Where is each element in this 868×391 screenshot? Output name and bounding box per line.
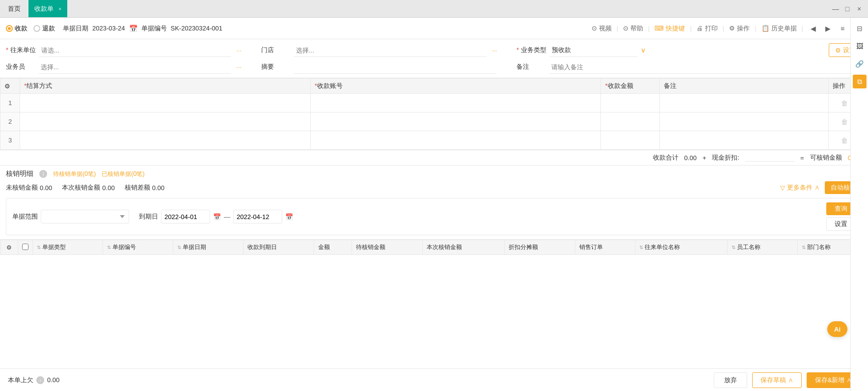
staff-input[interactable] <box>38 60 231 74</box>
action-help[interactable]: ⊙ 帮助 <box>623 24 643 33</box>
ai-bubble[interactable]: Ai <box>827 321 847 337</box>
row2-amount[interactable] <box>601 112 660 131</box>
action-shortcut[interactable]: ⌨ 快捷键 <box>654 24 685 33</box>
prev-label: 本单上欠 <box>8 376 33 385</box>
stat-diff-label: 核销差额 <box>125 183 150 192</box>
row3-paymethod[interactable] <box>20 131 311 150</box>
range-label: 单据范围 <box>12 212 38 221</box>
tab-active-shoukuandan[interactable]: 收款单 × <box>28 0 67 17</box>
row2-account[interactable] <box>310 112 601 131</box>
btable-header-salesorder: 销售订单 <box>575 240 635 255</box>
discount-input[interactable] <box>745 154 794 162</box>
radio-tuikuan[interactable]: 退款 <box>33 24 55 33</box>
save-draft-btn[interactable]: 保存草稿 ∧ <box>752 372 802 388</box>
shop-input[interactable] <box>294 43 487 57</box>
equals-label: = <box>800 154 804 162</box>
row1-amount[interactable] <box>601 94 660 112</box>
select-all-checkbox[interactable] <box>22 244 28 250</box>
gear-icon-setting: ⚙ <box>835 47 841 54</box>
btable-header-duedate: 收款到期日 <box>244 240 314 255</box>
bottom-table-section: ⚙ ⇅ 单据类型 ⇅ 单据编号 ⇅ 单据日期 收款到期日 金额 待核销金额 本次… <box>0 240 868 255</box>
verify-info-icon[interactable]: i <box>39 170 47 178</box>
sidebar-table-icon[interactable]: ⊟ <box>853 22 867 35</box>
btable-header-docdate: ⇅ 单据日期 <box>173 240 244 255</box>
row2-paymethod[interactable] <box>20 112 311 131</box>
save-new-label: 保存&新增 ∧ <box>815 376 852 385</box>
partner-input[interactable] <box>39 43 231 57</box>
radio-tuikuan-label: 退款 <box>42 24 55 33</box>
btable-header-gear[interactable]: ⚙ <box>0 240 18 255</box>
cal-to-icon[interactable]: 📅 <box>285 213 293 221</box>
doc-info: 单据日期 2023-03-24 📅 单据编号 SK-20230324-001 <box>63 24 222 33</box>
staff-more-icon[interactable]: ··· <box>236 63 242 71</box>
biztype-field-group: 业务类型 ∨ ⚙ 设置 <box>516 43 862 57</box>
partner-label: 往来单位 <box>6 46 36 55</box>
tab-close-icon[interactable]: × <box>58 6 61 12</box>
summary-input[interactable] <box>294 60 497 74</box>
staff-field-group: 业务员 ··· <box>6 60 242 74</box>
sidebar-image-icon[interactable]: 🖼 <box>853 39 867 53</box>
calendar-icon[interactable]: 📅 <box>129 25 137 32</box>
date-to-input[interactable]: 2022-04-12 <box>233 210 282 223</box>
action-history[interactable]: 📋 历史单据 <box>761 24 797 33</box>
nav-list-btn[interactable]: ≡ <box>838 24 847 33</box>
main-data-table: ⚙ *结算方式 *收款账号 *收款金额 备注 操作 1 <box>0 78 868 150</box>
nav-prev-btn[interactable]: ◀ <box>808 24 818 33</box>
stat-current-verify: 本次核销金额 0.00 <box>62 183 114 192</box>
footer-left: 本单上欠 i 0.00 <box>8 376 59 385</box>
row3-delete-icon[interactable]: 🗑 <box>841 137 848 144</box>
action-print-label: 打印 <box>705 24 718 33</box>
radio-shoukuan[interactable]: 收款 <box>6 24 27 33</box>
verify-title: 核销明细 <box>6 169 33 178</box>
verify-amt-label: 可核销金额 <box>810 153 842 162</box>
row1-remark[interactable] <box>660 94 829 112</box>
table-row: 3 🗑 ⧉ <box>0 131 868 150</box>
shop-more-icon[interactable]: ··· <box>491 47 497 54</box>
form-row-2: 业务员 ··· 摘要 备注 <box>6 60 862 74</box>
remark-input[interactable] <box>549 60 862 74</box>
action-ops[interactable]: ⚙ 操作 <box>729 24 750 33</box>
biztype-dropdown-icon[interactable]: ∨ <box>641 46 646 54</box>
row1-paymethod[interactable] <box>20 94 311 112</box>
sidebar-link-icon[interactable]: 🔗 <box>853 57 867 71</box>
row1-delete-icon[interactable]: 🗑 <box>841 99 848 107</box>
discard-btn[interactable]: 放弃 <box>714 372 747 388</box>
summary-label: 摘要 <box>261 62 291 71</box>
action-video[interactable]: ⊙ 视频 <box>592 24 612 33</box>
print-icon: 🖨 <box>697 25 703 32</box>
partner-more-icon[interactable]: ··· <box>236 47 242 54</box>
verified-tab-link[interactable]: 已核销单据(0笔) <box>102 170 144 178</box>
help-icon: ⊙ <box>623 25 628 32</box>
footer-info-icon[interactable]: i <box>36 376 44 384</box>
cal-from-icon[interactable]: 📅 <box>213 213 221 221</box>
row3-amount[interactable] <box>601 131 660 150</box>
row3-account[interactable] <box>310 131 601 150</box>
stat-current-label: 本次核销金额 <box>62 183 100 192</box>
btable-header-check[interactable] <box>18 240 33 255</box>
btable-header-staff: ⇅ 员工名称 <box>727 240 797 255</box>
table-header-gear[interactable]: ⚙ <box>0 79 20 94</box>
row3-remark[interactable] <box>660 131 829 150</box>
biztype-input[interactable] <box>549 43 638 57</box>
date-from-input[interactable]: 2022-04-01 <box>161 210 210 223</box>
shortcut-icon: ⌨ <box>654 25 664 32</box>
due-date-label: 到期日 <box>139 212 158 221</box>
row2-delete-icon[interactable]: 🗑 <box>841 118 848 126</box>
pending-tab-link[interactable]: 待核销单据(0笔) <box>53 170 96 178</box>
window-minimize-btn[interactable]: — <box>831 4 841 14</box>
nav-next-btn[interactable]: ▶ <box>823 24 833 33</box>
row-num-3: 3 <box>0 131 20 150</box>
action-ops-label: 操作 <box>737 24 750 33</box>
row2-remark[interactable] <box>660 112 829 131</box>
tab-bar-right: — □ × <box>831 4 868 14</box>
window-close-btn[interactable]: × <box>854 4 864 14</box>
footer-right: 放弃 保存草稿 ∧ 保存&新增 ∧ <box>714 372 860 388</box>
action-print[interactable]: 🖨 打印 <box>697 24 718 33</box>
tab-home[interactable]: 首页 <box>0 0 28 17</box>
sidebar-popup-icon[interactable]: ⧉ <box>853 75 867 88</box>
row1-account[interactable] <box>310 94 601 112</box>
more-conditions-btn[interactable]: ▽ 更多条件 ∧ <box>780 183 820 192</box>
window-maximize-btn[interactable]: □ <box>842 4 852 14</box>
summary-field-group: 摘要 <box>261 60 497 74</box>
range-select[interactable] <box>41 210 129 223</box>
